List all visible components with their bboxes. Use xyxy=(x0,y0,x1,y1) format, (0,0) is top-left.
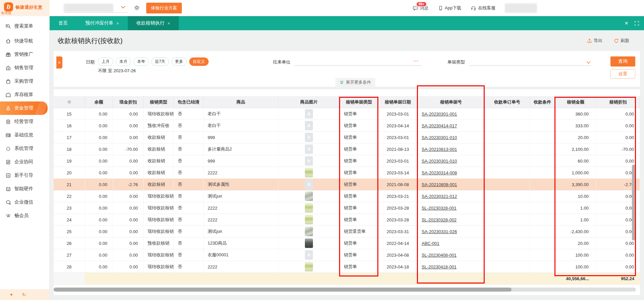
sidebar-item-business[interactable]: 经营管理 xyxy=(0,115,49,128)
cell-doc_no[interactable]: SL-20230328-002 xyxy=(418,214,485,226)
table-row[interactable]: 190.000.00收款核销否999b销货单2023-03-01SA-20230… xyxy=(54,155,636,167)
partner-more-icon[interactable]: ··· xyxy=(413,58,419,64)
date-option-this-year[interactable]: 本年 xyxy=(133,57,149,66)
date-option-last-month[interactable]: 上月 xyxy=(98,57,113,66)
table-row[interactable]: 150.000.00现结收款核销否老白干b销货单2023-03-01SA-202… xyxy=(54,108,636,120)
table-row[interactable]: 230.000.00现结收款核销否2222销货单2023-03-28SL-202… xyxy=(54,202,636,214)
cell-image[interactable] xyxy=(278,238,340,249)
column-settings-gear[interactable] xyxy=(54,96,85,108)
table-row[interactable]: 240.000.00现结收款核销否2222销货单2023-03-28SL-202… xyxy=(54,214,636,226)
sidebar-item-system[interactable]: 系统管理 xyxy=(0,142,49,155)
export-button[interactable]: 导出 xyxy=(587,38,602,44)
cell-doc_no[interactable]: SL-20230328-001 xyxy=(418,202,485,214)
table-row[interactable]: 160.000.00预收冲应收否老白干b销货单2023-04-14SA-2023… xyxy=(54,120,636,132)
tab-receipt-verification[interactable]: 收款核销执行 × xyxy=(128,16,179,30)
cell-image[interactable] xyxy=(278,214,340,226)
sidebar-item-purchase[interactable]: 采购管理 xyxy=(0,75,49,88)
date-option-more[interactable]: 更多 xyxy=(171,57,187,66)
sidebar-item-wechat[interactable]: 企业微信 xyxy=(0,196,49,209)
horizontal-scrollbar-thumb[interactable] xyxy=(54,288,512,292)
sidebar-item-hardware[interactable]: 智能硬件 xyxy=(0,182,49,196)
sidebar-item-member[interactable]: 畅会员 xyxy=(0,209,49,222)
gear-icon[interactable] xyxy=(133,4,140,11)
cell-image[interactable]: b xyxy=(278,179,340,190)
product-image[interactable] xyxy=(305,168,313,177)
date-option-this-month[interactable]: 本月 xyxy=(116,57,131,66)
cell-doc_no[interactable]: SA-20230314-008 xyxy=(418,167,485,179)
app-download-button[interactable]: App下载 xyxy=(438,5,461,11)
product-image[interactable]: b xyxy=(305,156,313,166)
sidebar-item-funds[interactable]: ¥资金管理 xyxy=(0,101,48,115)
cell-doc_no[interactable]: SA-20230301-001 xyxy=(418,108,485,120)
sidebar-item-home[interactable]: 快捷导航 xyxy=(0,34,49,48)
product-image[interactable] xyxy=(305,262,313,271)
online-support-button[interactable]: 在线客服 xyxy=(471,5,495,11)
table-row[interactable]: 270.000.00现结收款核销否衣服00001b销货单2023-04-08SL… xyxy=(54,249,636,261)
vertical-scrollbar[interactable] xyxy=(632,165,635,241)
sidebar-item-newbie[interactable]: 新新手引导 xyxy=(0,169,49,182)
tab-prepay-offset[interactable]: 预付冲应付单 × xyxy=(76,16,128,30)
table-row[interactable]: 220.000.00现结收款核销否测试jun销货单2023-03-21SA-20… xyxy=(54,190,636,202)
table-row[interactable]: 180.00-70.00收款核销否多计量商品2b销货单2021-08-13SA-… xyxy=(54,143,636,155)
cell-doc_no[interactable]: SA-20210813-001 xyxy=(418,143,485,155)
product-image[interactable]: b xyxy=(305,133,313,142)
cell-image[interactable] xyxy=(278,167,340,179)
sidebar-item-baseinfo[interactable]: 基础信息 xyxy=(0,128,49,142)
table-row[interactable]: 210.00-2.76收款核销否测试多属性b销货单2021-08-08SA-20… xyxy=(54,179,636,190)
product-image[interactable]: b xyxy=(305,121,313,130)
filter-collapse-handle[interactable]: » xyxy=(56,56,62,69)
date-range-value[interactable]: 不限 至 2023-07-26 xyxy=(98,68,136,74)
cell-image[interactable]: b xyxy=(278,249,340,261)
close-all-tabs-icon[interactable]: × xyxy=(625,19,628,27)
product-image[interactable] xyxy=(305,215,313,224)
doctype-select[interactable] xyxy=(470,56,591,66)
table-row[interactable]: 250.000.00现结收款核销否测试jun销货退货单2023-03-31SA-… xyxy=(54,226,636,238)
sidebar-item-inventory[interactable]: 库存核算 xyxy=(0,88,49,101)
tab-close-icon[interactable]: × xyxy=(116,21,119,26)
cell-image[interactable]: b xyxy=(278,132,340,143)
cell-doc_no[interactable]: SA-20230414-017 xyxy=(418,120,485,132)
table-row[interactable]: 260.000.00预收款核销否123D商品销货单2022-04-14ABC-0… xyxy=(54,238,636,249)
date-option-custom[interactable]: 自定义 xyxy=(189,57,209,66)
product-image[interactable] xyxy=(305,227,313,236)
messages-button[interactable]: 消息 99+ xyxy=(413,5,429,11)
fullscreen-icon[interactable] xyxy=(634,21,639,26)
product-image[interactable] xyxy=(305,203,313,213)
sidebar-item-gift[interactable]: 营销推广 xyxy=(0,48,49,61)
cell-doc_no[interactable]: SA-20230331-026 xyxy=(418,226,485,238)
product-image[interactable]: b xyxy=(305,250,313,260)
cell-doc_no[interactable]: SA-20230301-010 xyxy=(418,155,485,167)
cell-image[interactable]: b xyxy=(278,143,340,155)
sidebar-item-search[interactable]: 搜索菜单 xyxy=(0,19,49,33)
table-row[interactable]: 170.000.00收款核销否999b销货单2023-03-01SA-20230… xyxy=(54,132,636,143)
query-button[interactable]: 查询 xyxy=(610,56,635,67)
product-image[interactable]: b xyxy=(305,144,313,154)
tab-close-icon[interactable]: × xyxy=(168,21,170,26)
settings-button[interactable]: 设置 xyxy=(610,69,635,79)
refresh-button[interactable]: 刷新 xyxy=(614,38,629,44)
cell-doc_no[interactable]: SA-20230301-010 xyxy=(418,132,485,143)
table-row[interactable]: 280.000.00现结收款核销否2222销货单2023-04-18SL-202… xyxy=(54,261,636,273)
horizontal-scrollbar[interactable] xyxy=(54,288,636,292)
cell-doc_no[interactable]: SA-20230321-012 xyxy=(418,190,485,202)
cell-image[interactable]: b xyxy=(278,155,340,167)
experience-plan-button[interactable]: 体验行业方案 xyxy=(146,3,182,13)
product-image[interactable] xyxy=(305,191,313,201)
cell-image[interactable]: b xyxy=(278,120,340,132)
date-option-last7days[interactable]: 近7天 xyxy=(151,57,169,66)
tab-home[interactable]: 首页 xyxy=(50,16,76,30)
product-image[interactable]: b xyxy=(305,109,313,119)
cell-image[interactable] xyxy=(278,261,340,273)
cell-image[interactable] xyxy=(278,202,340,214)
expand-more-conditions-button[interactable]: 展开更多条件 xyxy=(335,78,375,87)
sidebar-item-collab[interactable]: 企业协同 xyxy=(0,155,49,169)
cell-image[interactable] xyxy=(278,190,340,202)
cell-doc_no[interactable]: SL-20230418-001 xyxy=(418,261,485,273)
cell-doc_no[interactable]: SL-20230408-001 xyxy=(418,249,485,261)
product-image[interactable] xyxy=(305,239,313,248)
chevron-down-icon[interactable] xyxy=(121,6,125,9)
product-image[interactable]: b xyxy=(305,180,313,189)
user-account-redacted[interactable] xyxy=(505,3,537,13)
cell-doc_no[interactable]: ABC-001 xyxy=(418,238,485,249)
cell-image[interactable]: b xyxy=(278,108,340,120)
